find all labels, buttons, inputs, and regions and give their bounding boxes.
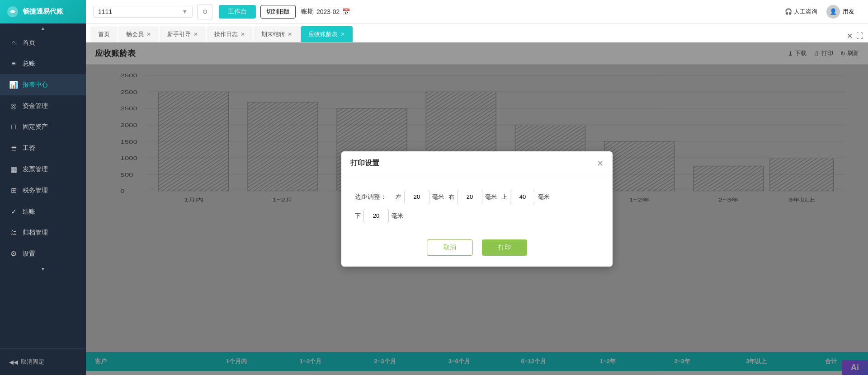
tab-oplog-label: 操作日志 [214, 30, 238, 38]
margin-left-label: 左 [396, 193, 401, 201]
period-label: 账期 [301, 8, 314, 16]
tab-close-window[interactable]: ✕ [847, 32, 853, 40]
collapse-label: 取消固定 [21, 358, 44, 366]
modal-header: 打印设置 ✕ [341, 151, 613, 176]
company-name: 1111 [98, 8, 178, 15]
margin-right-label: 右 [448, 193, 454, 201]
avatar-icon: 👤 [830, 8, 837, 15]
headset-icon: 🎧 [785, 8, 792, 15]
calendar-icon[interactable]: 📅 [342, 8, 350, 15]
sidebar-item-tax[interactable]: ⊞ 税务管理 [0, 180, 86, 201]
print-confirm-button[interactable]: 打印 [482, 239, 527, 256]
company-selector[interactable]: 1111 ▼ [93, 6, 193, 18]
support-link[interactable]: 🎧 人工咨询 [785, 8, 817, 16]
sidebar-scroll-up[interactable]: ▲ [0, 23, 86, 33]
tab-guide[interactable]: 新手引导 ✕ [160, 26, 206, 42]
sidebar-item-home[interactable]: ⌂ 首页 [0, 33, 86, 53]
logo-text: 畅捷通易代账 [23, 7, 63, 16]
margin-bottom-unit: 毫米 [392, 212, 403, 220]
sidebar-item-label: 设置 [23, 250, 35, 258]
sidebar-item-invoices[interactable]: ▦ 发票管理 [0, 159, 86, 180]
margin-bottom-group: 下 毫米 [355, 209, 403, 223]
support-label: 人工咨询 [794, 8, 817, 16]
sidebar-item-funds[interactable]: ◎ 资金管理 [0, 95, 86, 117]
collapse-icon: ◀◀ [9, 359, 18, 366]
sidebar-item-label: 归档管理 [23, 229, 48, 237]
payroll-icon: ≣ [9, 144, 18, 152]
tab-aging[interactable]: 应收账龄表 ✕ [301, 26, 353, 42]
margin-bottom-input[interactable] [363, 209, 389, 223]
copy-button[interactable]: ⊙ [197, 4, 212, 19]
sidebar-item-settings[interactable]: ⚙ 设置 [0, 243, 86, 264]
logo-icon [6, 5, 19, 18]
sidebar-item-label: 首页 [23, 39, 35, 47]
sidebar-item-label: 发票管理 [23, 165, 48, 173]
sidebar-item-assets[interactable]: □ 固定资产 [0, 117, 86, 137]
margin-bottom-label: 下 [355, 212, 361, 220]
collapse-button[interactable]: ◀◀ 取消固定 [0, 353, 86, 370]
sidebar-item-reports[interactable]: 📊 报表中心 [0, 74, 86, 95]
sidebar-item-label: 固定资产 [23, 123, 48, 131]
sidebar-item-settlement[interactable]: ✓ 结账 [0, 201, 86, 222]
page-content: 应收账龄表 ⤓ 下载 🖨 打印 ↻ 刷新 [86, 42, 868, 375]
settings-icon: ⚙ [9, 249, 18, 258]
sidebar-item-label: 工资 [23, 144, 35, 152]
tab-guide-close[interactable]: ✕ [193, 31, 198, 38]
period-value: 2023-02 [316, 8, 340, 15]
tab-member[interactable]: 畅会员 ✕ [118, 26, 159, 42]
margin-top-input[interactable] [510, 190, 535, 204]
tab-yearend-close[interactable]: ✕ [288, 31, 292, 38]
home-icon: ⌂ [9, 39, 18, 47]
sidebar-item-label: 税务管理 [23, 187, 48, 195]
tab-home[interactable]: 首页 [90, 26, 118, 42]
period-area: 账期 2023-02 📅 [301, 8, 350, 16]
modal-close-button[interactable]: ✕ [597, 159, 604, 169]
tab-home-label: 首页 [98, 30, 110, 38]
logo-area: 畅捷通易代账 [0, 0, 86, 23]
margin-top-label: 上 [501, 193, 507, 201]
sidebar-item-payroll[interactable]: ≣ 工资 [0, 137, 86, 159]
tab-yearend-label: 期末结转 [261, 30, 285, 38]
sidebar-item-label: 资金管理 [23, 102, 48, 110]
user-avatar: 👤 [826, 5, 840, 19]
margin-right-unit: 毫米 [485, 193, 497, 201]
workbench-button[interactable]: 工作台 [219, 5, 256, 19]
archive-icon: 🗂 [9, 229, 18, 237]
sidebar: ▲ ⌂ 首页 ≡ 总账 📊 报表中心 ◎ 资金管理 □ 固定资产 ≣ 工资 ▦ … [0, 23, 86, 375]
tab-oplog[interactable]: 操作日志 ✕ [207, 26, 253, 42]
top-right: 🎧 人工咨询 👤 用友 [785, 5, 863, 19]
tab-actions: ✕ ⛶ [847, 32, 863, 42]
modal-title: 打印设置 [350, 159, 379, 168]
margin-right-input[interactable] [457, 190, 482, 204]
margin-top-unit: 毫米 [538, 193, 550, 201]
modal-footer: 取消 打印 [341, 232, 613, 267]
ledger-icon: ≡ [9, 60, 18, 68]
tab-aging-close[interactable]: ✕ [340, 31, 345, 38]
invoices-icon: ▦ [9, 165, 18, 173]
switch-button[interactable]: 切到旧版 [260, 5, 296, 19]
margin-left-group: 左 毫米 [396, 190, 444, 204]
tab-aging-label: 应收账龄表 [308, 30, 338, 38]
sidebar-item-ledger[interactable]: ≡ 总账 [0, 53, 86, 74]
sidebar-scroll-down[interactable]: ▼ [0, 264, 86, 273]
user-area[interactable]: 👤 用友 [826, 5, 854, 19]
top-bar: 畅捷通易代账 1111 ▼ ⊙ 工作台 切到旧版 账期 2023-02 📅 🎧 … [0, 0, 868, 23]
settlement-icon: ✓ [9, 207, 18, 216]
cancel-button[interactable]: 取消 [427, 239, 473, 256]
tax-icon: ⊞ [9, 186, 18, 195]
margin-row: 边距调整： 左 毫米 右 毫米 [355, 190, 599, 223]
content-area: 首页 畅会员 ✕ 新手引导 ✕ 操作日志 ✕ 期末结转 ✕ 应收账龄表 ✕ [86, 23, 868, 375]
print-dialog: 打印设置 ✕ 边距调整： 左 毫米 右 [341, 151, 613, 267]
margin-top-group: 上 毫米 [501, 190, 550, 204]
margin-left-input[interactable] [404, 190, 429, 204]
tab-member-label: 畅会员 [126, 30, 144, 38]
tab-oplog-close[interactable]: ✕ [241, 31, 245, 38]
user-label: 用友 [843, 8, 854, 16]
tab-yearend[interactable]: 期末结转 ✕ [254, 26, 300, 42]
modal-overlay: 打印设置 ✕ 边距调整： 左 毫米 右 [86, 42, 868, 375]
margin-label: 边距调整： [355, 193, 387, 201]
tab-member-close[interactable]: ✕ [146, 31, 151, 38]
tab-maximize[interactable]: ⛶ [856, 32, 863, 40]
sidebar-item-archive[interactable]: 🗂 归档管理 [0, 222, 86, 243]
tab-bar: 首页 畅会员 ✕ 新手引导 ✕ 操作日志 ✕ 期末结转 ✕ 应收账龄表 ✕ [86, 23, 868, 42]
